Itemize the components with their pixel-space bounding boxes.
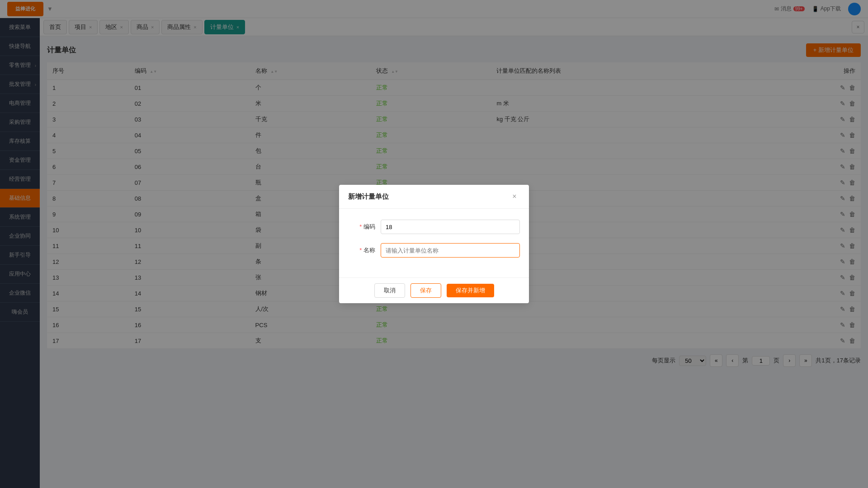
modal-header: 新增计量单位 × [339,185,529,209]
code-label: 编码 [348,223,375,231]
modal-title: 新增计量单位 [348,192,389,201]
code-input[interactable] [381,220,520,234]
add-unit-modal: 新增计量单位 × 编码 名称 取消 保存 保存并新增 [339,185,529,303]
modal-body: 编码 名称 [339,209,529,277]
form-item-name: 名称 [348,243,520,258]
name-label: 名称 [348,246,375,254]
name-input[interactable] [381,243,520,258]
cancel-button[interactable]: 取消 [374,283,405,298]
modal-overlay: 新增计量单位 × 编码 名称 取消 保存 保存并新增 [0,0,868,488]
save-and-new-button[interactable]: 保存并新增 [447,284,494,297]
modal-close-button[interactable]: × [509,191,520,202]
save-button[interactable]: 保存 [410,283,441,298]
form-item-code: 编码 [348,220,520,234]
modal-footer: 取消 保存 保存并新增 [339,277,529,303]
